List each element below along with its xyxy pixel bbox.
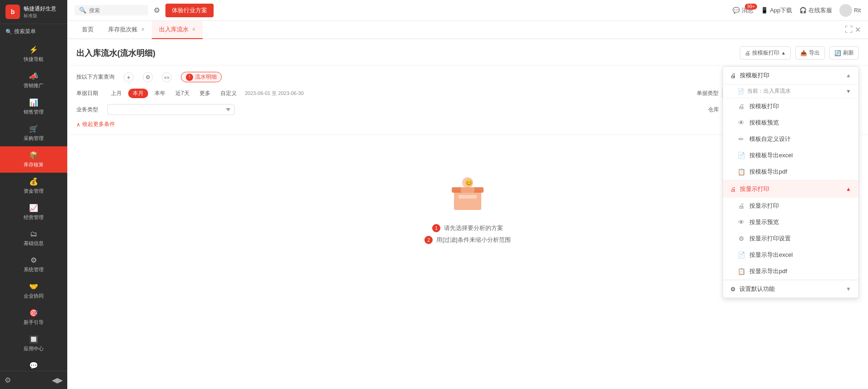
sidebar-footer: ⚙ ◀▶ xyxy=(0,371,67,389)
dropdown-template-模板自定义设计[interactable]: ✏模板自定义设计 xyxy=(723,131,858,147)
dropdown-display-icon: 🖨 xyxy=(738,202,745,209)
empty-illustration: 😊 xyxy=(445,171,490,217)
print-template-btn[interactable]: 🖨 按模板打印 ▲ xyxy=(740,46,791,60)
guide-icon: 🎯 xyxy=(29,309,38,317)
basic-icon: 🗂 xyxy=(30,230,37,238)
dropdown-icon: 📄 xyxy=(738,152,745,159)
tabs-more-icon[interactable]: ✕ xyxy=(855,25,861,34)
empty-step-1: 1 请先选择要分析的方案 xyxy=(432,224,503,232)
tabs-expand-icon[interactable]: ⛶ xyxy=(845,25,853,35)
tab-stock-flow[interactable]: 出入库流水 × xyxy=(152,21,203,39)
page-title: 出入库流水(流水明细) xyxy=(76,48,155,59)
sidebar-item-app-center[interactable]: 🔲应用中心 xyxy=(0,330,67,357)
sidebar-item-corp-wechat[interactable]: 💬企业微信 xyxy=(0,357,67,371)
headset-icon: 🎧 xyxy=(799,7,807,14)
topbar: 🔍 ⚙ 体验行业方案 💬 消息 99+ 📱 App下载 🎧 在线客服 R xyxy=(67,0,868,21)
footer-chevron[interactable]: ▼ xyxy=(846,286,851,292)
settings-footer-icon: ⚙ xyxy=(730,286,736,293)
settings-footer-icon[interactable]: ⚙ xyxy=(5,376,11,384)
dropdown-template-按模板导出excel[interactable]: 📄按模板导出excel xyxy=(723,147,858,164)
sidebar-search[interactable]: 🔍 搜索菜单 xyxy=(0,24,67,39)
system-icon: ⚙ xyxy=(30,256,37,264)
svg-text:😊: 😊 xyxy=(465,179,473,187)
sidebar-item-sales[interactable]: 📊销售管理 xyxy=(0,94,67,120)
sidebar-item-operation[interactable]: 📈经营管理 xyxy=(0,199,67,225)
sales-icon: 📊 xyxy=(29,98,38,107)
filter-collapse-btn[interactable]: «» xyxy=(162,72,172,82)
sidebar-item-marketing[interactable]: 📣营销推广 xyxy=(0,67,67,94)
quick-nav-icon: ⚡ xyxy=(29,45,38,54)
dropdown-display-icon: 📋 xyxy=(738,268,745,275)
sidebar-item-label: 企业协同 xyxy=(24,293,44,299)
finance-icon: 💰 xyxy=(29,177,38,186)
sidebar-item-label: 快捷导航 xyxy=(24,56,44,63)
dropdown-template-按模板导出pdf[interactable]: 📋按模板导出pdf xyxy=(723,164,858,180)
sidebar-item-guide[interactable]: 🎯新手引导 xyxy=(0,304,67,330)
dropdown-template-按模板打印[interactable]: 🖨按模板打印 xyxy=(723,98,858,115)
filter-settings-btn[interactable]: ⚙ xyxy=(143,72,153,82)
printer-icon: 🖨 xyxy=(745,50,750,56)
user-avatar-area[interactable]: Rit xyxy=(839,4,861,17)
filter-chip-item[interactable]: ! 流水明细 xyxy=(181,72,222,82)
refresh-btn[interactable]: 🔄 刷新 xyxy=(829,46,859,60)
topbar-search-input[interactable] xyxy=(89,7,144,14)
filter-add-btn[interactable]: + xyxy=(124,72,134,82)
tab2-close-icon[interactable]: × xyxy=(192,26,195,33)
print-dropdown-panel: 🖨 按模板打印 ▲ 📄 当前：出入库流水 ▼ 🖨按模板打印👁按模板预览✏模板自定… xyxy=(723,66,859,298)
default-settings-row[interactable]: ⚙ 设置默认功能 xyxy=(730,285,775,293)
operation-icon: 📈 xyxy=(29,204,38,212)
messages-btn[interactable]: 💬 消息 99+ xyxy=(733,6,753,15)
page-actions: 🖨 按模板打印 ▲ 📤 导出 🔄 刷新 xyxy=(740,46,859,60)
export-btn[interactable]: 📤 导出 xyxy=(795,46,825,60)
sidebar-item-system[interactable]: ⚙系统管理 xyxy=(0,251,67,278)
tab1-close-icon[interactable]: × xyxy=(141,26,145,33)
dropdown-display-按显示预览[interactable]: 👁按显示预览 xyxy=(723,214,858,230)
tab-home[interactable]: 首页 xyxy=(75,21,101,39)
topbar-settings-icon[interactable]: ⚙ xyxy=(154,6,160,15)
dropdown-footer: ⚙ 设置默认功能 ▼ xyxy=(723,280,858,298)
date-tag-more[interactable]: 更多 xyxy=(196,89,214,98)
dropdown-display-icon: 👁 xyxy=(738,219,745,226)
main-area: 🔍 ⚙ 体验行业方案 💬 消息 99+ 📱 App下载 🎧 在线客服 R xyxy=(67,0,868,389)
page-inner: 出入库流水(流水明细) 🖨 按模板打印 ▲ 📤 导出 🔄 刷新 xyxy=(67,39,868,389)
filter-chip-badge: ! xyxy=(186,74,193,81)
marketing-icon: 📣 xyxy=(29,72,38,80)
sidebar-item-purchase[interactable]: 🛒采购管理 xyxy=(0,120,67,146)
dropdown-display-按显示导出pdf[interactable]: 📋按显示导出pdf xyxy=(723,263,858,279)
dropdown-display-按显示打印[interactable]: 🖨按显示打印 xyxy=(723,198,858,214)
empty-step-2: 2 用[过滤]条件来缩小分析范围 xyxy=(424,236,510,244)
dropdown-display-按显示导出excel[interactable]: 📄按显示导出excel xyxy=(723,247,858,263)
app-download-btn[interactable]: 📱 App下载 xyxy=(761,6,792,15)
dropdown-template-按模板预览[interactable]: 👁按模板预览 xyxy=(723,115,858,131)
sidebar-item-quick-nav[interactable]: ⚡快捷导航 xyxy=(0,41,67,67)
date-tag-custom[interactable]: 自定义 xyxy=(217,89,240,98)
dropdown-icon: 🖨 xyxy=(738,103,745,110)
sidebar-item-inventory[interactable]: 📦库存核算 xyxy=(0,146,67,173)
topbar-search-box[interactable]: 🔍 xyxy=(75,5,148,15)
date-tag-this-month[interactable]: 本月 xyxy=(128,89,148,98)
online-service-btn[interactable]: 🎧 在线客服 xyxy=(799,6,832,15)
dropdown-display-icon: 📄 xyxy=(738,251,745,259)
collapse-sidebar-icon[interactable]: ◀▶ xyxy=(52,376,63,384)
date-tag-last-month[interactable]: 上月 xyxy=(107,89,125,98)
sidebar-item-collab[interactable]: 🤝企业协同 xyxy=(0,278,67,304)
date-tag-7days[interactable]: 近7天 xyxy=(172,89,193,98)
tabs-bar-right: ⛶ ✕ xyxy=(845,25,861,35)
biz-type-select[interactable] xyxy=(107,104,234,115)
sidebar-item-finance[interactable]: 💰资金管理 xyxy=(0,173,67,199)
sidebar-item-label: 应用中心 xyxy=(24,345,44,352)
dropdown-collapse-icon[interactable]: ▲ xyxy=(846,72,851,79)
export-icon: 📤 xyxy=(800,50,807,56)
dropdown-display-按显示打印设置[interactable]: ⚙按显示打印设置 xyxy=(723,230,858,247)
message-icon: 💬 xyxy=(733,7,740,14)
sidebar-item-basic[interactable]: 🗂基础信息 xyxy=(0,225,67,251)
trial-btn[interactable]: 体验行业方案 xyxy=(165,4,214,17)
printer-header-icon: 🖨 xyxy=(730,72,736,79)
sidebar: b 畅捷通好生意 标准版 🔍 搜索菜单 ⚡快捷导航📣营销推广📊销售管理🛒采购管理… xyxy=(0,0,67,389)
dropdown-icon: 📋 xyxy=(738,168,745,175)
display-section-chevron[interactable]: ▲ xyxy=(846,186,851,192)
user-avatar xyxy=(839,4,852,17)
tab-inventory-batch[interactable]: 库存批次账 × xyxy=(101,21,152,39)
date-tag-this-year[interactable]: 本年 xyxy=(151,89,169,98)
phone-icon: 📱 xyxy=(761,7,768,14)
